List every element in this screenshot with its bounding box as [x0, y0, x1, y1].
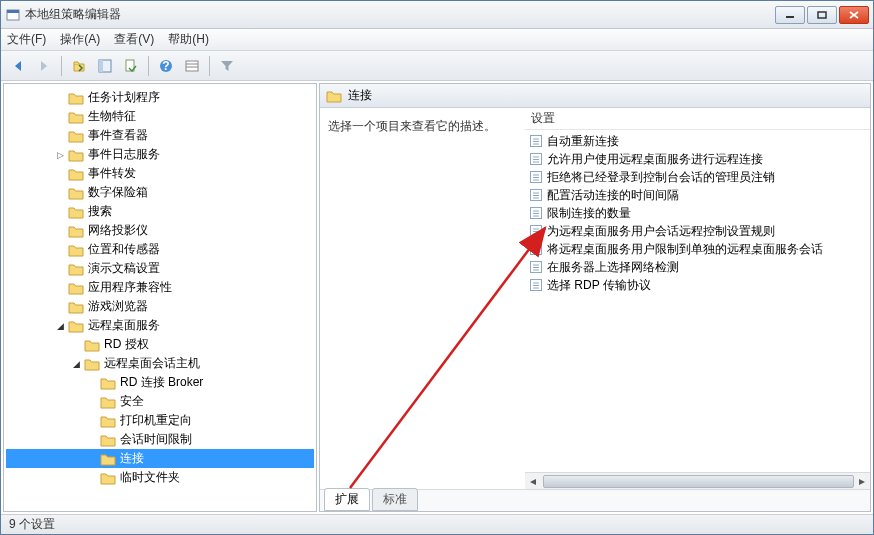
- expander-spacer: [54, 206, 66, 218]
- tab-standard[interactable]: 标准: [372, 488, 418, 511]
- setting-item[interactable]: 在服务器上选择网络检测: [525, 258, 870, 276]
- tree-item[interactable]: 数字保险箱: [6, 183, 314, 202]
- titlebar: 本地组策略编辑器: [1, 1, 873, 29]
- folder-icon: [84, 357, 100, 371]
- setting-item[interactable]: 选择 RDP 传输协议: [525, 276, 870, 294]
- menu-view[interactable]: 查看(V): [114, 31, 154, 48]
- tree-item[interactable]: RD 授权: [6, 335, 314, 354]
- svg-rect-1: [7, 10, 19, 13]
- setting-item[interactable]: 自动重新连接: [525, 132, 870, 150]
- tree-item[interactable]: 安全: [6, 392, 314, 411]
- tree-item[interactable]: ◢远程桌面会话主机: [6, 354, 314, 373]
- folder-icon: [68, 129, 84, 143]
- setting-label: 将远程桌面服务用户限制到单独的远程桌面服务会话: [547, 241, 823, 258]
- tree-item-label: RD 连接 Broker: [120, 374, 203, 391]
- expander-spacer: [54, 263, 66, 275]
- scroll-left-icon[interactable]: ◂: [525, 474, 541, 489]
- collapse-icon[interactable]: ◢: [70, 358, 82, 370]
- expander-spacer: [54, 301, 66, 313]
- tree-item[interactable]: 会话时间限制: [6, 430, 314, 449]
- setting-label: 限制连接的数量: [547, 205, 631, 222]
- setting-item[interactable]: 限制连接的数量: [525, 204, 870, 222]
- settings-list[interactable]: 自动重新连接允许用户使用远程桌面服务进行远程连接拒绝将已经登录到控制台会话的管理…: [525, 130, 870, 472]
- forward-button[interactable]: [33, 55, 55, 77]
- tree-item[interactable]: 游戏浏览器: [6, 297, 314, 316]
- svg-rect-11: [186, 61, 198, 71]
- scroll-thumb[interactable]: [543, 475, 855, 488]
- setting-label: 在服务器上选择网络检测: [547, 259, 679, 276]
- tree-item[interactable]: 搜索: [6, 202, 314, 221]
- details-title: 连接: [348, 87, 372, 104]
- setting-item[interactable]: 允许用户使用远程桌面服务进行远程连接: [525, 150, 870, 168]
- expand-icon[interactable]: ▷: [54, 149, 66, 161]
- tree-item[interactable]: ▷事件日志服务: [6, 145, 314, 164]
- tree-item-label: 生物特征: [88, 108, 136, 125]
- folder-icon: [68, 319, 84, 333]
- tree-pane[interactable]: 任务计划程序生物特征事件查看器▷事件日志服务事件转发数字保险箱搜索网络投影仪位置…: [3, 83, 317, 512]
- maximize-button[interactable]: [807, 6, 837, 24]
- view-tabs: 扩展 标准: [320, 489, 870, 511]
- tree-item[interactable]: 演示文稿设置: [6, 259, 314, 278]
- tree-item[interactable]: 网络投影仪: [6, 221, 314, 240]
- setting-label: 选择 RDP 传输协议: [547, 277, 651, 294]
- tree-item[interactable]: 临时文件夹: [6, 468, 314, 487]
- minimize-button[interactable]: [775, 6, 805, 24]
- folder-icon: [100, 376, 116, 390]
- app-window: 本地组策略编辑器 文件(F) 操作(A) 查看(V) 帮助(H) ? 任务计划程…: [0, 0, 874, 535]
- tree-item[interactable]: 生物特征: [6, 107, 314, 126]
- tree-item[interactable]: 事件转发: [6, 164, 314, 183]
- menu-file[interactable]: 文件(F): [7, 31, 46, 48]
- expander-spacer: [54, 225, 66, 237]
- tree-item[interactable]: RD 连接 Broker: [6, 373, 314, 392]
- tree-item[interactable]: 任务计划程序: [6, 88, 314, 107]
- horizontal-scrollbar[interactable]: ◂ ▸: [525, 472, 870, 489]
- setting-item[interactable]: 配置活动连接的时间间隔: [525, 186, 870, 204]
- close-button[interactable]: [839, 6, 869, 24]
- expander-spacer: [86, 453, 98, 465]
- scroll-right-icon[interactable]: ▸: [854, 474, 870, 489]
- show-tree-button[interactable]: [94, 55, 116, 77]
- expander-spacer: [86, 396, 98, 408]
- column-header-setting[interactable]: 设置: [525, 108, 870, 130]
- policy-icon: [529, 188, 543, 202]
- expander-spacer: [86, 377, 98, 389]
- help-button[interactable]: ?: [155, 55, 177, 77]
- folder-icon: [326, 89, 342, 103]
- back-button[interactable]: [7, 55, 29, 77]
- tab-extended[interactable]: 扩展: [324, 488, 370, 511]
- policy-icon: [529, 152, 543, 166]
- export-button[interactable]: [120, 55, 142, 77]
- tree-item[interactable]: 事件查看器: [6, 126, 314, 145]
- tree-item-label: 演示文稿设置: [88, 260, 160, 277]
- setting-label: 为远程桌面服务用户会话远程控制设置规则: [547, 223, 775, 240]
- tree-item[interactable]: 打印机重定向: [6, 411, 314, 430]
- tree-item[interactable]: 位置和传感器: [6, 240, 314, 259]
- menubar: 文件(F) 操作(A) 查看(V) 帮助(H): [1, 29, 873, 51]
- folder-icon: [68, 281, 84, 295]
- details-pane: 连接 选择一个项目来查看它的描述。 设置 自动重新连接允许用户使用远程桌面服务进…: [319, 83, 871, 512]
- tree-item-label: 应用程序兼容性: [88, 279, 172, 296]
- setting-item[interactable]: 为远程桌面服务用户会话远程控制设置规则: [525, 222, 870, 240]
- tree-item-label: 远程桌面会话主机: [104, 355, 200, 372]
- expander-spacer: [54, 282, 66, 294]
- tree-item[interactable]: ◢远程桌面服务: [6, 316, 314, 335]
- setting-item[interactable]: 拒绝将已经登录到控制台会话的管理员注销: [525, 168, 870, 186]
- up-button[interactable]: [68, 55, 90, 77]
- tree-item[interactable]: 应用程序兼容性: [6, 278, 314, 297]
- tree-item-label: 事件日志服务: [88, 146, 160, 163]
- folder-icon: [100, 452, 116, 466]
- filter-button[interactable]: [216, 55, 238, 77]
- tree-item[interactable]: 连接: [6, 449, 314, 468]
- expander-spacer: [54, 187, 66, 199]
- setting-label: 配置活动连接的时间间隔: [547, 187, 679, 204]
- collapse-icon[interactable]: ◢: [54, 320, 66, 332]
- details-header: 连接: [320, 84, 870, 108]
- content-area: 任务计划程序生物特征事件查看器▷事件日志服务事件转发数字保险箱搜索网络投影仪位置…: [1, 81, 873, 514]
- menu-action[interactable]: 操作(A): [60, 31, 100, 48]
- setting-label: 自动重新连接: [547, 133, 619, 150]
- toolbar: ?: [1, 51, 873, 81]
- setting-item[interactable]: 将远程桌面服务用户限制到单独的远程桌面服务会话: [525, 240, 870, 258]
- policy-icon: [529, 170, 543, 184]
- menu-help[interactable]: 帮助(H): [168, 31, 209, 48]
- options-button[interactable]: [181, 55, 203, 77]
